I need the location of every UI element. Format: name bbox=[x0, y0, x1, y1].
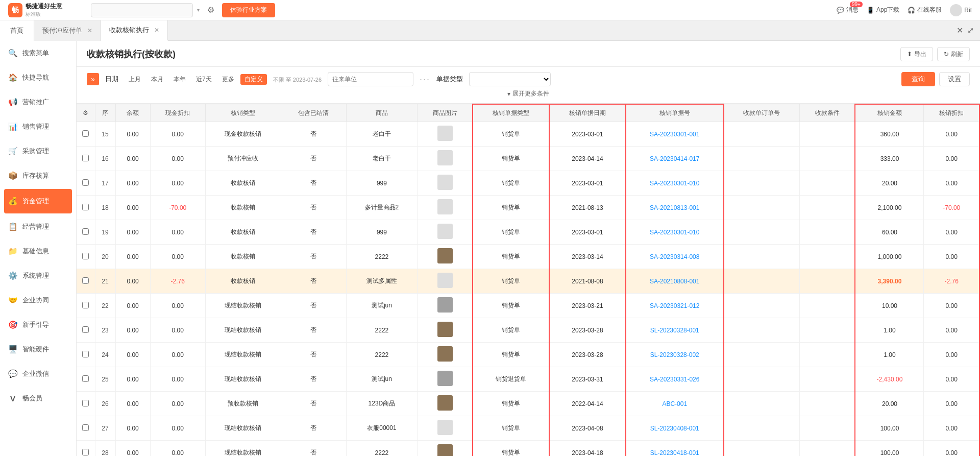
doc-no-link[interactable]: ABC-001 bbox=[662, 400, 687, 407]
doc-type-select[interactable] bbox=[469, 72, 551, 86]
cell-writeoff-discount: 0.00 bbox=[924, 343, 979, 367]
cell-checkbox[interactable] bbox=[77, 171, 95, 196]
cell-cash-discount: 0.00 bbox=[150, 343, 205, 367]
sidebar-item-basic[interactable]: 📁 基础信息 bbox=[0, 239, 76, 263]
cell-writeoff-doc-no[interactable]: SA-20230301-001 bbox=[626, 122, 724, 147]
sidebar-item-system[interactable]: ⚙️ 系统管理 bbox=[0, 263, 76, 288]
cell-checkbox[interactable] bbox=[77, 245, 95, 269]
col-settings[interactable]: ⚙ bbox=[77, 104, 95, 122]
cell-writeoff-doc-no[interactable]: SA-20210813-001 bbox=[626, 196, 724, 220]
tab-prepay[interactable]: 预付冲应付单 ✕ bbox=[34, 20, 101, 41]
date-btn-7days[interactable]: 近7天 bbox=[192, 74, 216, 85]
doc-no-link[interactable]: SL-20230418-001 bbox=[650, 449, 699, 457]
app-download-btn[interactable]: 📱 App下载 bbox=[867, 6, 899, 14]
cell-writeoff-doc-no[interactable]: SA-20230301-010 bbox=[626, 171, 724, 196]
expand-more-button[interactable]: ▾ 展开更多条件 bbox=[507, 89, 549, 98]
cell-writeoff-doc-no[interactable]: SL-20230328-002 bbox=[626, 343, 724, 367]
cell-checkbox[interactable] bbox=[77, 343, 95, 367]
doc-no-link[interactable]: SA-20210808-001 bbox=[650, 278, 699, 285]
cell-checkbox[interactable] bbox=[77, 269, 95, 294]
cell-checkbox[interactable] bbox=[77, 441, 95, 457]
user-btn[interactable]: Rit bbox=[950, 4, 972, 16]
settings-icon[interactable]: ⚙ bbox=[204, 3, 218, 17]
tab-writeoff[interactable]: 收款核销执行 ✕ bbox=[101, 20, 168, 41]
cell-writeoff-doc-no[interactable]: SA-20230321-012 bbox=[626, 294, 724, 318]
sidebar-item-purchase[interactable]: 🛒 采购管理 bbox=[0, 139, 76, 163]
cell-writeoff-doc-no[interactable]: SA-20210808-001 bbox=[626, 269, 724, 294]
cell-writeoff-doc-no[interactable]: SA-20230301-010 bbox=[626, 220, 724, 245]
doc-no-link[interactable]: SA-20210813-001 bbox=[650, 204, 699, 211]
doc-no-link[interactable]: SA-20230314-008 bbox=[650, 253, 699, 260]
sidebar-item-guide[interactable]: 🎯 新手引导 bbox=[0, 313, 76, 337]
doc-no-link[interactable]: SA-20230301-001 bbox=[650, 131, 699, 138]
sidebar-item-hardware[interactable]: 🖥️ 智能硬件 bbox=[0, 337, 76, 362]
sidebar-item-collab[interactable]: 🤝 企业协同 bbox=[0, 288, 76, 313]
cell-writeoff-doc-no[interactable]: ABC-001 bbox=[626, 392, 724, 416]
filter-expand-button[interactable]: » bbox=[87, 73, 99, 85]
cell-writeoff-doc-no[interactable]: SA-20230314-008 bbox=[626, 245, 724, 269]
from-unit-input[interactable] bbox=[328, 72, 413, 86]
tab-expand-btn[interactable]: ⤢ bbox=[967, 26, 974, 35]
cell-checkbox[interactable] bbox=[77, 318, 95, 343]
cell-checkbox[interactable] bbox=[77, 294, 95, 318]
sidebar-item-search[interactable]: 🔍 搜索菜单 bbox=[0, 41, 76, 65]
cell-product-img bbox=[417, 147, 473, 171]
date-btn-this-year[interactable]: 本年 bbox=[169, 74, 190, 85]
cell-checkbox[interactable] bbox=[77, 122, 95, 147]
cell-checkbox[interactable] bbox=[77, 416, 95, 441]
date-btn-more[interactable]: 更多 bbox=[218, 74, 238, 85]
cell-checkbox[interactable] bbox=[77, 147, 95, 171]
date-btn-custom[interactable]: 自定义 bbox=[240, 74, 267, 85]
doc-no-link[interactable]: SA-20230301-010 bbox=[650, 180, 699, 187]
doc-no-link[interactable]: SA-20230331-026 bbox=[650, 376, 699, 383]
tab-prepay-close[interactable]: ✕ bbox=[87, 27, 92, 34]
doc-no-link[interactable]: SL-20230328-001 bbox=[650, 327, 699, 334]
date-btn-this-month[interactable]: 本月 bbox=[147, 74, 167, 85]
cell-writeoff-doc-no[interactable]: SL-20230328-001 bbox=[626, 318, 724, 343]
cell-writeoff-doc-type: 销货单 bbox=[473, 171, 549, 196]
query-button[interactable]: 查询 bbox=[901, 72, 935, 86]
cell-receipt-order-no bbox=[724, 196, 800, 220]
cell-checkbox[interactable] bbox=[77, 392, 95, 416]
doc-no-link[interactable]: SL-20230328-002 bbox=[650, 351, 699, 358]
cell-product: 测试jun bbox=[346, 367, 417, 392]
cell-writeoff-doc-no[interactable]: SL-20230408-001 bbox=[626, 416, 724, 441]
online-service-btn[interactable]: 🎧 在线客服 bbox=[908, 6, 942, 14]
refresh-button[interactable]: ↻ 刷新 bbox=[937, 47, 970, 61]
cell-writeoff-type: 现结收款核销 bbox=[205, 441, 281, 457]
doc-no-link[interactable]: SA-20230414-017 bbox=[650, 155, 699, 162]
cell-checkbox[interactable] bbox=[77, 220, 95, 245]
sidebar-item-vip[interactable]: V 畅会员 bbox=[0, 386, 76, 411]
cell-checkbox[interactable] bbox=[77, 367, 95, 392]
cell-included-settled: 否 bbox=[281, 220, 346, 245]
doc-no-link[interactable]: SA-20230301-010 bbox=[650, 229, 699, 236]
sidebar-item-operation[interactable]: 📋 经营管理 bbox=[0, 214, 76, 239]
solution-button[interactable]: 休验行业方案 bbox=[222, 3, 275, 17]
doc-no-link[interactable]: SA-20230321-012 bbox=[650, 302, 699, 309]
sidebar-item-sales[interactable]: 📊 销售管理 bbox=[0, 114, 76, 139]
sidebar-item-wechat[interactable]: 💬 企业微信 bbox=[0, 362, 76, 386]
sidebar-item-finance[interactable]: 💰 资金管理 bbox=[4, 189, 72, 213]
sidebar-item-nav[interactable]: 🏠 快捷导航 bbox=[0, 65, 76, 90]
cell-writeoff-amount: 3,390.00 bbox=[855, 269, 924, 294]
date-btn-last-month[interactable]: 上月 bbox=[125, 74, 145, 85]
sidebar-label-nav: 快捷导航 bbox=[22, 73, 49, 82]
doc-no-link[interactable]: SL-20230408-001 bbox=[650, 425, 699, 432]
cell-writeoff-amount: 333.00 bbox=[855, 147, 924, 171]
cell-checkbox[interactable] bbox=[77, 196, 95, 220]
tab-close-all-btn[interactable]: ✕ bbox=[957, 26, 963, 35]
cell-writeoff-doc-no[interactable]: SL-20230418-001 bbox=[626, 441, 724, 457]
export-button[interactable]: ⬆ 导出 bbox=[900, 47, 933, 61]
hardware-icon: 🖥️ bbox=[8, 345, 17, 354]
tab-writeoff-close[interactable]: ✕ bbox=[154, 27, 159, 34]
tab-home[interactable]: 首页 bbox=[0, 20, 34, 41]
table-settings-button[interactable]: 设置 bbox=[939, 72, 970, 86]
sidebar-item-inventory[interactable]: 📦 库存核算 bbox=[0, 163, 76, 188]
message-btn[interactable]: 💬 消息 99+ bbox=[837, 6, 859, 14]
search-input[interactable] bbox=[91, 3, 193, 17]
sidebar-item-marketing[interactable]: 📢 营销推广 bbox=[0, 90, 76, 114]
cell-cash-discount: 0.00 bbox=[150, 147, 205, 171]
logo-text-block: 畅捷通好生意 标准版 bbox=[26, 2, 62, 18]
cell-writeoff-doc-no[interactable]: SA-20230414-017 bbox=[626, 147, 724, 171]
cell-writeoff-doc-no[interactable]: SA-20230331-026 bbox=[626, 367, 724, 392]
